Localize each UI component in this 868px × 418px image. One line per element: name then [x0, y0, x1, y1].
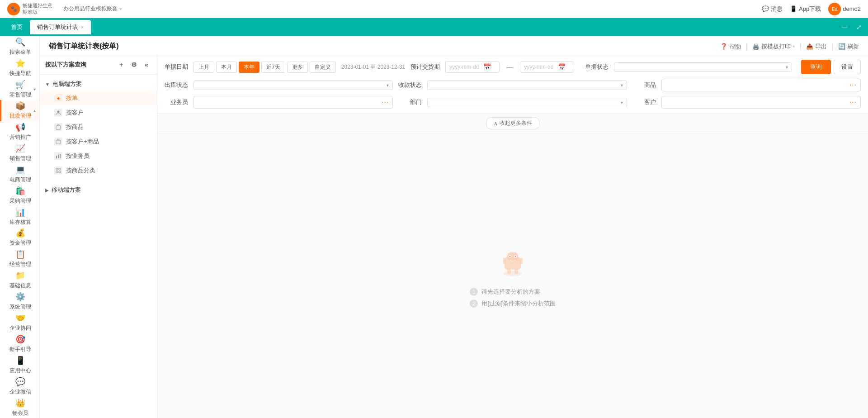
salesperson-dots-icon: ···: [382, 98, 389, 106]
calendar-from-icon: 📅: [483, 63, 491, 71]
svg-rect-9: [59, 171, 61, 173]
svg-rect-7: [59, 168, 61, 170]
print-arrow-icon: ▾: [793, 44, 795, 49]
sidebar-item-operations[interactable]: 📋 经营管理: [0, 248, 39, 270]
date-btn-this-year[interactable]: 本年: [239, 62, 259, 73]
finance-label: 资金管理: [9, 239, 31, 247]
ecommerce-icon: 💻: [15, 165, 25, 175]
scheme-item-by-customer[interactable]: 按客户: [40, 105, 157, 120]
divider1: [746, 43, 747, 50]
tab-expand-btn[interactable]: ⤢: [854, 22, 864, 33]
date-btn-last-7days[interactable]: 近7天: [261, 62, 285, 73]
sidebar-item-vip[interactable]: 👑 畅会员: [0, 397, 39, 418]
scheme-group-desktop-header[interactable]: ▼ 电脑端方案: [40, 77, 157, 91]
collapse-chevron-icon: ∧: [494, 120, 498, 127]
scheme-settings-btn[interactable]: ⚙: [129, 60, 139, 70]
tab-minimize-btn[interactable]: —: [839, 22, 850, 33]
scheme-collapse-btn[interactable]: «: [142, 60, 151, 70]
sidebar-item-sales[interactable]: 📈 销售管理: [0, 142, 39, 163]
retail-icon: 🛒: [15, 80, 25, 90]
collapse-bar: ∧ 收起更多条件: [157, 114, 868, 133]
user-area[interactable]: Ea demo2: [828, 3, 861, 15]
sidebar-item-quick-nav[interactable]: ⭐ 快捷导航: [0, 57, 39, 79]
customer-tag-input[interactable]: ···: [661, 96, 861, 109]
refresh-btn[interactable]: 🔄 刷新: [838, 43, 859, 51]
payment-select[interactable]: ▾: [427, 81, 627, 90]
sidebar-item-inventory[interactable]: 📊 库存核算: [0, 206, 39, 227]
sidebar-item-wholesale[interactable]: 📦 批发管理 ▴: [0, 100, 39, 121]
print-btn[interactable]: 🖨️ 按模板打印 ▾: [752, 43, 795, 51]
app-download-btn[interactable]: 📱 App下载: [790, 5, 821, 13]
app-download-label: App下载: [799, 5, 821, 13]
sidebar-item-search-menu[interactable]: 🔍 搜索菜单: [0, 36, 39, 57]
sidebar-item-finance[interactable]: 💰 资金管理: [0, 227, 39, 248]
sidebar-item-purchase[interactable]: 🛍️ 采购管理: [0, 185, 39, 206]
collapse-label: 收起更多条件: [500, 119, 532, 127]
purchase-label: 采购管理: [9, 197, 31, 205]
logo-text: 畅捷通好生意 标准版: [23, 3, 52, 14]
by-customer-goods-icon: [54, 138, 62, 146]
app-center-label: 应用中心: [9, 367, 31, 375]
scheme-panel-title: 按以下方案查询: [45, 61, 86, 69]
settings-btn[interactable]: 设置: [834, 60, 861, 74]
outstock-select[interactable]: ▾: [193, 81, 393, 90]
page-header: 销售订单统计表(按单) ❓ 帮助 🖨️ 按模板打印 ▾ 📤 导出: [40, 36, 868, 55]
split-layout: 按以下方案查询 + ⚙ « ▼ 电脑端方案 ● 按单: [40, 55, 868, 418]
sidebar-item-app-center[interactable]: 📱 应用中心: [0, 354, 39, 375]
scheme-item-by-customer-goods[interactable]: 按客户+商品: [40, 134, 157, 149]
vip-label: 畅会员: [12, 409, 28, 417]
doc-status-select[interactable]: ▾: [614, 62, 792, 72]
breadcrumb[interactable]: 办公用品行业模拟账套 ▾: [63, 5, 122, 13]
scheme-item-by-sales[interactable]: 按业务员: [40, 149, 157, 163]
tip-2-text: 用[过滤]条件来缩小分析范围: [481, 299, 555, 308]
by-goods-label: 按商品: [66, 123, 84, 131]
divider3: [832, 43, 833, 50]
svg-point-16: [514, 256, 516, 257]
department-select[interactable]: ▾: [427, 98, 627, 107]
outstock-arrow-icon: ▾: [387, 83, 389, 88]
svg-rect-3: [56, 156, 57, 158]
sidebar-item-retail[interactable]: 🛒 零售管理 ▾: [0, 79, 39, 100]
date-btn-more[interactable]: 更多: [287, 62, 308, 73]
salesperson-tag-input[interactable]: ···: [193, 96, 393, 109]
filter-row-3: 业务员 ··· 部门 ▾ 客户 ···: [165, 96, 861, 109]
tab-close-icon[interactable]: ×: [81, 24, 84, 30]
goods-tag-input[interactable]: ···: [661, 79, 861, 91]
message-btn[interactable]: 💬 消息: [762, 5, 783, 13]
date-btn-custom[interactable]: 自定义: [310, 62, 336, 73]
scheme-item-by-goods[interactable]: 按商品: [40, 120, 157, 134]
inventory-label: 库存核算: [9, 218, 31, 226]
page-title: 销售订单统计表(按单): [49, 42, 119, 51]
wholesale-arrow-icon: ▴: [33, 108, 36, 113]
tab-home[interactable]: 首页: [4, 20, 30, 34]
breadcrumb-arrow: ▾: [119, 6, 122, 12]
system-label: 系统管理: [9, 303, 31, 311]
help-btn[interactable]: ❓ 帮助: [720, 43, 741, 51]
sidebar-item-marketing[interactable]: 📢 营销推广: [0, 121, 39, 142]
sidebar-item-system[interactable]: ⚙️ 系统管理: [0, 291, 39, 312]
tab-sales-order-stats[interactable]: 销售订单统计表 ×: [30, 20, 91, 34]
date-btn-this-month[interactable]: 本月: [216, 62, 237, 73]
sidebar-item-enterprise[interactable]: 🤝 企业协同: [0, 312, 39, 333]
scheme-item-by-order[interactable]: ● 按单: [40, 91, 157, 105]
by-goods-category-icon: [54, 166, 62, 175]
sidebar-item-enterprise-wechat[interactable]: 💬 企业微信: [0, 375, 39, 397]
query-btn[interactable]: 查询: [801, 60, 831, 74]
sidebar-item-new-guide[interactable]: 🎯 新手引导: [0, 333, 39, 354]
sidebar-item-ecommerce[interactable]: 💻 电商管理: [0, 163, 39, 185]
by-customer-goods-label: 按客户+商品: [66, 138, 99, 146]
sidebar-item-basic-info[interactable]: 📁 基础信息: [0, 270, 39, 291]
data-area: 1 请先选择要分析的方案 2 用[过滤]条件来缩小分析范围: [157, 133, 868, 418]
svg-rect-19: [507, 269, 511, 274]
date-btn-last-month[interactable]: 上月: [193, 62, 214, 73]
mobile-group-label: 移动端方案: [52, 186, 81, 194]
export-btn[interactable]: 📤 导出: [806, 43, 827, 51]
collapse-btn[interactable]: ∧ 收起更多条件: [486, 117, 540, 129]
scheme-add-btn[interactable]: +: [116, 60, 126, 70]
scheme-item-by-goods-category[interactable]: 按商品分类: [40, 163, 157, 178]
svg-rect-2: [56, 140, 61, 144]
expected-date-label: 预计交货期: [410, 63, 440, 71]
expected-date-from[interactable]: yyyy-mm-dd 📅: [445, 61, 500, 73]
scheme-group-mobile-header[interactable]: ▶ 移动端方案: [40, 183, 157, 197]
expected-date-to[interactable]: yyyy-mm-dd 📅: [520, 61, 574, 73]
